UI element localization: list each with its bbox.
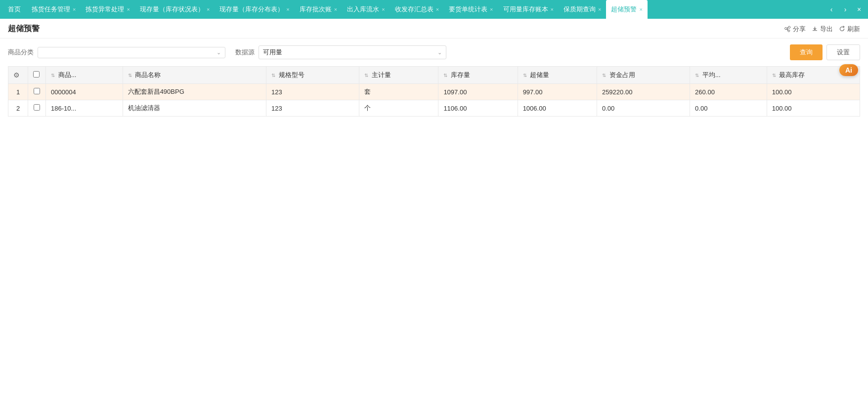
query-button[interactable]: 查询 [790,44,823,60]
cell-overstorage-1: 997.00 [518,84,597,100]
sort-icon-overstorage: ⇅ [523,73,527,78]
category-select[interactable]: ⌄ [38,47,225,58]
tab-11[interactable]: 超储预警 × [606,0,647,19]
col-header-stock[interactable]: ⇅ 库存量 [438,67,518,84]
top-nav: 首页 拣货任务管理 × 拣货异常处理 × 现存量（库存状况表） × 现存量（库存… [0,0,868,19]
row-select-1[interactable] [34,88,40,94]
nav-prev-icon[interactable]: ‹ [825,0,838,19]
header-actions: 分享 导出 刷新 [784,25,860,34]
datasource-value: 可用量 [263,48,282,57]
close-tab-11-icon[interactable]: × [639,6,642,12]
cell-spec-2: 123 [266,100,359,117]
tab-7[interactable]: 收发存汇总表 × [390,0,444,19]
close-tab-5-icon[interactable]: × [334,6,337,12]
sort-icon-product-name: ⇅ [128,73,132,78]
row-checkbox-1[interactable] [28,84,46,100]
nav-arrows: ‹ › × [825,0,866,19]
cell-unit-2: 个 [359,100,438,117]
cell-capital-1: 259220.00 [597,84,690,100]
sort-icon-unit: ⇅ [364,73,368,78]
datasource-label: 数据源 [235,48,255,57]
cell-maxstock-1: 100.00 [767,84,860,100]
cell-stock-1: 1097.00 [438,84,518,100]
sort-icon-stock: ⇅ [443,73,447,78]
share-icon [784,26,791,32]
col-header-overstorage[interactable]: ⇅ 超储量 [518,67,597,84]
gear-icon[interactable]: ⚙ [13,71,20,79]
tab-5[interactable]: 库存批次账 × [295,0,342,19]
col-header-checkbox[interactable] [28,67,46,84]
table-header-row: ⚙ ⇅ 商品... ⇅ 商品名称 ⇅ 规格型号 ⇅ [8,67,860,84]
datasource-dropdown-icon: ⌄ [437,49,442,56]
cell-stock-2: 1106.00 [438,100,518,117]
data-table: ⚙ ⇅ 商品... ⇅ 商品名称 ⇅ 规格型号 ⇅ [8,66,860,117]
col-header-capital[interactable]: ⇅ 资金占用 [597,67,690,84]
cell-unit-1: 套 [359,84,438,100]
datasource-select[interactable]: 可用量 ⌄ [259,45,446,59]
close-tab-3-icon[interactable]: × [207,6,210,12]
cell-product-name-1: 六配套新昌490BPG [123,84,266,100]
cell-capital-2: 0.00 [597,100,690,117]
close-tab-6-icon[interactable]: × [382,6,385,12]
nav-next-icon[interactable]: › [838,0,852,19]
refresh-button[interactable]: 刷新 [839,25,860,34]
cell-avg-1: 260.00 [690,84,767,100]
col-header-product-name[interactable]: ⇅ 商品名称 [123,67,266,84]
close-tab-1-icon[interactable]: × [73,6,76,12]
export-icon [812,26,818,32]
datasource-filter: 数据源 可用量 ⌄ [235,45,446,59]
sort-icon-capital: ⇅ [602,73,606,78]
settings-button[interactable]: 设置 [826,44,860,60]
select-all-checkbox[interactable] [33,71,40,78]
tab-3[interactable]: 现存量（库存状况表） × [135,0,215,19]
tab-10[interactable]: 保质期查询 × [559,0,606,19]
export-button[interactable]: 导出 [812,25,833,34]
nav-home[interactable]: 首页 [2,5,27,14]
close-tab-8-icon[interactable]: × [490,6,493,12]
close-tab-7-icon[interactable]: × [436,6,439,12]
refresh-icon [839,26,845,32]
col-header-unit[interactable]: ⇅ 主计量 [359,67,438,84]
close-tab-9-icon[interactable]: × [551,6,554,12]
cell-product-name-2: 机油滤清器 [123,100,266,117]
sort-icon-product-code: ⇅ [51,73,55,78]
category-filter: 商品分类 ⌄ [8,47,225,58]
nav-close-icon[interactable]: × [852,0,866,19]
row-num-1: 1 [8,84,28,100]
cell-product-code-1: 0000004 [46,84,123,100]
cell-spec-1: 123 [266,84,359,100]
close-tab-2-icon[interactable]: × [127,6,130,12]
category-dropdown-icon: ⌄ [217,49,221,56]
col-header-settings[interactable]: ⚙ [8,67,28,84]
row-select-2[interactable] [34,104,40,111]
table-row: 2 186-10... 机油滤清器 123 个 1106.00 1006.00 … [8,100,860,117]
row-num-2: 2 [8,100,28,117]
tab-6[interactable]: 出入库流水 × [342,0,390,19]
filter-buttons: 查询 设置 [790,44,860,60]
cell-maxstock-2: 100.00 [767,100,860,117]
row-checkbox-2[interactable] [28,100,46,117]
table-container: ⚙ ⇅ 商品... ⇅ 商品名称 ⇅ 规格型号 ⇅ [0,66,868,117]
close-tab-4-icon[interactable]: × [286,6,289,12]
tab-2[interactable]: 拣货异常处理 × [81,0,134,19]
page-title: 超储预警 [8,24,40,34]
col-header-avg[interactable]: ⇅ 平均... [690,67,767,84]
cell-overstorage-2: 1006.00 [518,100,597,117]
sort-icon-spec: ⇅ [271,73,275,78]
col-header-product-code[interactable]: ⇅ 商品... [46,67,123,84]
sort-icon-maxstock: ⇅ [772,73,776,78]
category-label: 商品分类 [8,48,34,57]
close-tab-10-icon[interactable]: × [598,6,601,12]
filter-area: 商品分类 ⌄ 数据源 可用量 ⌄ 查询 设置 [0,39,868,66]
tab-9[interactable]: 可用量库存账本 × [498,0,559,19]
sort-icon-avg: ⇅ [695,73,699,78]
col-header-spec[interactable]: ⇅ 规格型号 [266,67,359,84]
page-header: 超储预警 分享 导出 刷新 [0,19,868,39]
table-row: 1 0000004 六配套新昌490BPG 123 套 1097.00 997.… [8,84,860,100]
tab-1[interactable]: 拣货任务管理 × [27,0,81,19]
ai-badge[interactable]: Ai [839,64,858,76]
cell-product-code-2: 186-10... [46,100,123,117]
tab-4[interactable]: 现存量（库存分布表） × [215,0,294,19]
tab-8[interactable]: 要货单统计表 × [444,0,498,19]
share-button[interactable]: 分享 [784,25,806,34]
